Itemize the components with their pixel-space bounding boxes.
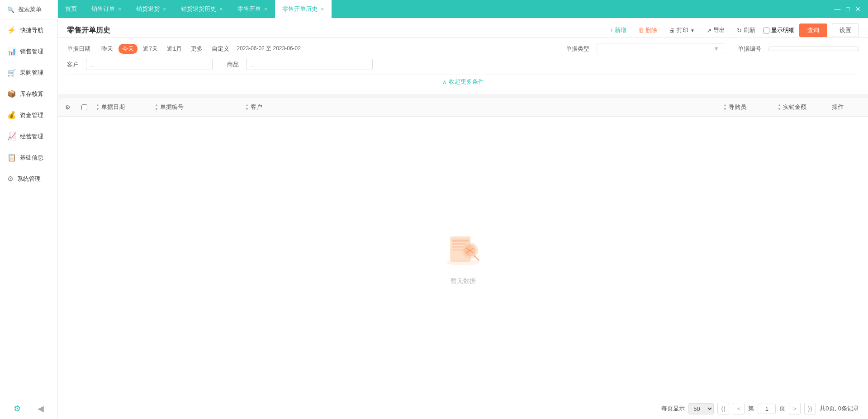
sidebar-settings-icon[interactable]: ⚙ bbox=[14, 404, 21, 414]
page-label: 第 bbox=[748, 405, 754, 413]
sidebar-item-base-info[interactable]: 📋 基础信息 bbox=[0, 147, 57, 168]
tab-retail-open[interactable]: 零售开单 ✕ bbox=[230, 0, 275, 18]
th-no[interactable]: ▲▼ 单据编号 bbox=[151, 103, 242, 111]
th-amount-label: 实销金额 bbox=[783, 103, 806, 111]
finance-icon: 💰 bbox=[7, 111, 16, 119]
tab-sales-order[interactable]: 销售订单 ✕ bbox=[84, 0, 129, 18]
customer-placeholder: ... bbox=[90, 61, 95, 68]
delete-button[interactable]: 🗑 删除 bbox=[635, 24, 661, 36]
tab-sales-order-label: 销售订单 bbox=[91, 5, 115, 13]
query-button[interactable]: 查询 bbox=[799, 24, 827, 37]
tab-home[interactable]: 首页 bbox=[58, 0, 84, 18]
no-filter-label: 单据编号 bbox=[738, 45, 761, 53]
sidebar-search[interactable]: 🔍 搜索菜单 bbox=[0, 0, 57, 19]
page-last-button[interactable]: ⟩⟩ bbox=[804, 403, 816, 414]
th-guide[interactable]: ▲▼ 导购员 bbox=[720, 103, 774, 111]
sidebar-item-inventory[interactable]: 📦 库存核算 bbox=[0, 83, 57, 104]
tab-sales-return-history[interactable]: 销货退货历史 ✕ bbox=[174, 0, 230, 18]
table-header: ⚙ ▲▼ 单据日期 ▲▼ 单据编号 ▲▼ 客户 ▲▼ 导购员 ▲▼ bbox=[58, 98, 868, 117]
window-maximize[interactable]: □ bbox=[846, 5, 850, 13]
sidebar-item-operations[interactable]: 📈 经营管理 bbox=[0, 126, 57, 147]
date-opt-custom[interactable]: 自定义 bbox=[208, 44, 233, 54]
quick-nav-icon: ⚡ bbox=[7, 26, 16, 34]
sidebar-collapse-icon[interactable]: ◀ bbox=[38, 404, 44, 414]
table-area: ⚙ ▲▼ 单据日期 ▲▼ 单据编号 ▲▼ 客户 ▲▼ 导购员 ▲▼ bbox=[58, 98, 868, 398]
total-label: 共0页, 0条记录 bbox=[820, 405, 859, 413]
add-button[interactable]: + 新增 bbox=[606, 24, 630, 36]
select-all-checkbox[interactable] bbox=[81, 104, 87, 110]
empty-illustration bbox=[441, 229, 486, 270]
search-icon: 🔍 bbox=[7, 6, 14, 13]
date-opt-1month[interactable]: 近1月 bbox=[163, 44, 185, 54]
collapse-more-button[interactable]: ∧ 收起更多条件 bbox=[67, 75, 859, 89]
display-detail-toggle[interactable]: 显示明细 bbox=[764, 26, 795, 34]
th-customer[interactable]: ▲▼ 客户 bbox=[242, 103, 720, 111]
sidebar-item-label: 经营管理 bbox=[20, 132, 43, 141]
window-close[interactable]: ✕ bbox=[855, 5, 861, 13]
print-dropdown-icon[interactable]: ▼ bbox=[690, 28, 695, 33]
page-number-input[interactable] bbox=[758, 404, 776, 414]
sidebar-item-label: 系统管理 bbox=[17, 175, 41, 183]
export-label: 导出 bbox=[713, 26, 725, 34]
svg-line-8 bbox=[474, 256, 479, 260]
base-info-icon: 📋 bbox=[7, 153, 16, 162]
tab-sales-order-close[interactable]: ✕ bbox=[118, 6, 122, 12]
no-filter-input[interactable] bbox=[768, 47, 859, 51]
settings-icon: ⚙ bbox=[65, 104, 71, 111]
th-amount[interactable]: ▲▼ 实销金额 bbox=[774, 103, 828, 111]
tab-sales-return[interactable]: 销货退货 ✕ bbox=[129, 0, 174, 18]
page-prev-button[interactable]: ＜ bbox=[733, 403, 745, 414]
pagination: 每页显示 50 100 200 ⟨⟨ ＜ 第 页 ＞ ⟩⟩ 共0页, 0条记录 bbox=[58, 398, 868, 419]
content-header: 零售开单历史 + 新增 🗑 删除 🖨 打印 ▼ ↗ 导出 ↻ 刷新 显 bbox=[58, 18, 868, 38]
export-button[interactable]: ↗ 导出 bbox=[703, 24, 729, 36]
operations-icon: 📈 bbox=[7, 132, 16, 141]
sidebar-item-sales-mgmt[interactable]: 📊 销售管理 bbox=[0, 41, 57, 62]
window-minimize[interactable]: — bbox=[835, 5, 841, 13]
display-detail-label: 显示明细 bbox=[771, 26, 795, 34]
customer-filter-input[interactable]: ... bbox=[86, 59, 213, 70]
sidebar-item-purchase-mgmt[interactable]: 🛒 采购管理 bbox=[0, 62, 57, 83]
settings-button[interactable]: 设置 bbox=[832, 24, 859, 37]
sidebar-item-quick-nav[interactable]: ⚡ 快捷导航 bbox=[0, 19, 57, 41]
tab-retail-open-history[interactable]: 零售开单历史 ✕ bbox=[275, 0, 332, 18]
sidebar-item-sys-mgmt[interactable]: ⚙ 系统管理 bbox=[0, 168, 57, 189]
th-checkbox[interactable] bbox=[78, 104, 92, 110]
th-date[interactable]: ▲▼ 单据日期 bbox=[92, 103, 151, 111]
goods-filter-label: 商品 bbox=[227, 61, 239, 69]
date-opt-today[interactable]: 今天 bbox=[119, 44, 138, 54]
export-icon: ↗ bbox=[707, 27, 711, 34]
goods-filter-input[interactable]: ... bbox=[246, 59, 373, 70]
tab-sales-return-close[interactable]: ✕ bbox=[162, 6, 166, 12]
add-label: + 新增 bbox=[610, 26, 626, 34]
date-opt-yesterday[interactable]: 昨天 bbox=[98, 44, 117, 54]
tab-retail-open-history-close[interactable]: ✕ bbox=[320, 6, 324, 12]
collapse-more-label: 收起更多条件 bbox=[449, 78, 484, 86]
refresh-button[interactable]: ↻ 刷新 bbox=[733, 24, 759, 36]
sys-mgmt-icon: ⚙ bbox=[7, 174, 14, 183]
display-detail-checkbox[interactable] bbox=[764, 28, 769, 33]
page-suffix: 页 bbox=[779, 405, 785, 413]
sidebar-item-finance[interactable]: 💰 资金管理 bbox=[0, 104, 57, 126]
tab-retail-open-close[interactable]: ✕ bbox=[264, 6, 268, 12]
empty-text: 暂无数据 bbox=[451, 277, 476, 285]
date-opt-7days[interactable]: 近7天 bbox=[139, 44, 161, 54]
sales-mgmt-icon: 📊 bbox=[7, 47, 16, 56]
tab-sales-return-history-label: 销货退货历史 bbox=[181, 5, 216, 13]
delete-label: 🗑 删除 bbox=[638, 26, 658, 34]
th-settings[interactable]: ⚙ bbox=[62, 104, 78, 111]
svg-rect-3 bbox=[452, 243, 466, 245]
refresh-label: 刷新 bbox=[744, 26, 755, 34]
tab-sales-return-history-close[interactable]: ✕ bbox=[219, 6, 223, 12]
print-button[interactable]: 🖨 打印 ▼ bbox=[665, 24, 698, 36]
sidebar-item-label: 库存核算 bbox=[20, 90, 43, 98]
page-first-button[interactable]: ⟨⟨ bbox=[717, 403, 729, 414]
date-opt-more[interactable]: 更多 bbox=[187, 44, 206, 54]
page-next-button[interactable]: ＞ bbox=[789, 403, 801, 414]
svg-rect-2 bbox=[452, 240, 469, 242]
goods-placeholder: ... bbox=[250, 61, 255, 68]
per-page-select[interactable]: 50 100 200 bbox=[688, 403, 714, 414]
type-filter-select[interactable]: ▼ bbox=[597, 43, 723, 54]
th-action-label: 操作 bbox=[832, 103, 844, 111]
sidebar: 🔍 搜索菜单 ⚡ 快捷导航 📊 销售管理 🛒 采购管理 📦 库存核算 💰 资金管… bbox=[0, 0, 58, 419]
th-customer-label: 客户 bbox=[251, 103, 262, 111]
